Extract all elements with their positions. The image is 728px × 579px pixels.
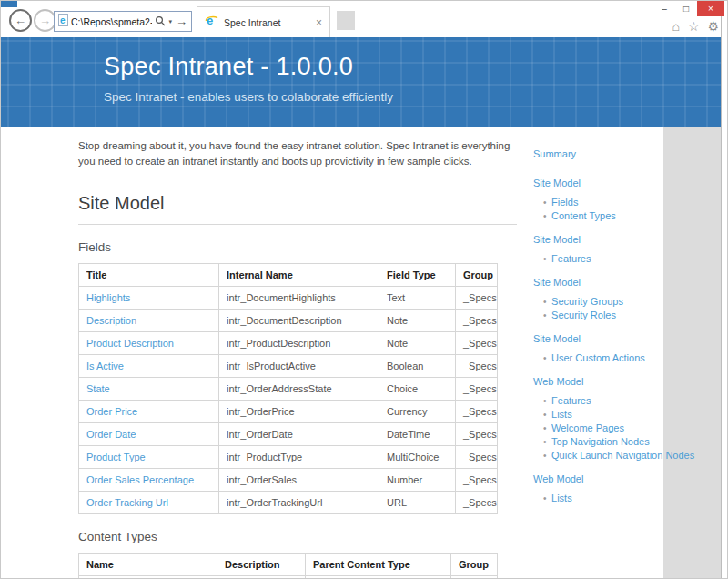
sidebar-list-item: Fields xyxy=(543,196,670,209)
item-name-cell: Product or Service xyxy=(79,575,217,578)
sidebar-item-link[interactable]: Content Types xyxy=(551,210,616,221)
item-value-cell: Text xyxy=(379,286,456,309)
table-row: Stateintr_OrderAddressStateChoice_Specs xyxy=(79,377,498,400)
page-header: Spec Intranet - 1.0.0.0 Spec Intranet - … xyxy=(1,37,727,127)
minimize-button[interactable]: – xyxy=(653,1,675,16)
item-link[interactable]: Is Active xyxy=(86,361,124,371)
sidebar-group: Site ModelFeatures xyxy=(533,234,670,266)
sidebar-item-list: FieldsContent Types xyxy=(533,196,670,223)
item-name-cell: Is Active xyxy=(79,354,219,377)
sidebar-section-link[interactable]: Site Model xyxy=(533,333,581,344)
sidebar-item-link[interactable]: Features xyxy=(551,395,591,406)
item-value-cell: _Specs xyxy=(451,575,498,578)
maximize-button[interactable]: □ xyxy=(675,1,697,16)
item-link[interactable]: Order Sales Percentage xyxy=(86,474,194,485)
address-bar[interactable]: e C:\Repos\spmeta2-spec\S ▾ → xyxy=(54,11,192,32)
back-arrow-icon: ← xyxy=(15,14,26,27)
back-button[interactable]: ← xyxy=(9,9,32,32)
item-value-cell: intr_DocumentHighlights xyxy=(219,286,379,309)
section-heading: Site Model xyxy=(78,193,517,225)
sidebar-item-link[interactable]: Features xyxy=(551,253,591,264)
page-document-icon: e xyxy=(58,14,68,30)
sidebar-item-list: Lists xyxy=(533,492,670,505)
sidebar-section-link[interactable]: Web Model xyxy=(533,473,583,484)
page-viewport: Stop dreaming about it, you have found t… xyxy=(1,127,727,578)
sidebar-item-link[interactable]: Security Roles xyxy=(551,310,616,320)
sidebar-item-link[interactable]: Welcome Pages xyxy=(551,422,624,433)
item-link[interactable]: Highlights xyxy=(86,292,130,303)
close-button[interactable]: × xyxy=(697,1,724,16)
item-link[interactable]: Order Price xyxy=(86,406,137,417)
svg-text:e: e xyxy=(60,15,66,25)
item-name-cell: Description xyxy=(79,309,219,331)
item-value-cell: Item xyxy=(306,575,451,578)
page-gutter xyxy=(663,127,727,578)
table-row: Descriptionintr_DocumentDescriptionNote_… xyxy=(79,309,498,331)
address-dropdown-icon[interactable]: ▾ xyxy=(168,18,172,25)
table-row: Order Tracking Urlintr_OrderTrackingUrlU… xyxy=(79,491,498,513)
settings-gear-icon[interactable]: ⚙ xyxy=(707,19,719,34)
url-text[interactable]: C:\Repos\spmeta2-spec\S xyxy=(71,16,152,27)
new-tab-button[interactable] xyxy=(337,11,355,30)
home-icon[interactable]: ⌂ xyxy=(672,19,679,34)
item-value-cell: _Specs xyxy=(456,354,498,377)
sidebar-group: Web ModelLists xyxy=(533,473,670,505)
svg-text:e: e xyxy=(207,14,213,27)
sidebar-group: Site ModelUser Custom Actions xyxy=(533,333,670,365)
table-row: Product Typeintr_ProductTypeMultiChoice_… xyxy=(79,445,498,468)
go-arrow-icon[interactable]: → xyxy=(176,15,187,28)
browser-chrome: ← → e C:\Repos\spmeta2-spec\S ▾ → xyxy=(1,1,727,37)
item-link[interactable]: Order Date xyxy=(86,429,136,440)
item-name-cell: Highlights xyxy=(79,286,219,309)
column-header: Title xyxy=(79,263,219,286)
item-value-cell: _Specs xyxy=(456,468,498,491)
sidebar-section-link[interactable]: Summary xyxy=(533,148,576,159)
item-value-cell xyxy=(217,575,306,578)
item-link[interactable]: Product Type xyxy=(86,452,146,462)
item-value-cell: Currency xyxy=(379,400,456,422)
page-subtitle: Spec Intranet - enables users to colabor… xyxy=(104,90,727,104)
sidebar-item-link[interactable]: Quick Launch Navigation Nodes xyxy=(551,450,694,461)
sidebar-list-item: Lists xyxy=(543,492,670,505)
item-value-cell: intr_OrderDate xyxy=(219,422,379,445)
fields-heading: Fields xyxy=(78,240,517,254)
sidebar-item-link[interactable]: Lists xyxy=(551,493,572,503)
item-name-cell: Order Price xyxy=(79,400,219,422)
sidebar-item-link[interactable]: Security Groups xyxy=(551,296,623,307)
favorites-star-icon[interactable]: ☆ xyxy=(688,19,700,34)
sidebar-item-link[interactable]: Fields xyxy=(551,197,578,208)
item-value-cell: _Specs xyxy=(456,331,498,354)
sidebar-item-link[interactable]: User Custom Actions xyxy=(551,352,645,363)
item-link[interactable]: State xyxy=(86,383,110,394)
item-link[interactable]: Description xyxy=(86,315,136,326)
sidebar-section-link[interactable]: Site Model xyxy=(533,178,581,188)
browser-tab[interactable]: e Spec Intranet × xyxy=(197,6,330,37)
search-icon[interactable] xyxy=(155,14,166,30)
tab-close-icon[interactable]: × xyxy=(316,16,322,29)
item-link[interactable]: Product Description xyxy=(86,338,174,349)
sidebar-item-link[interactable]: Top Navigation Nodes xyxy=(551,436,650,447)
sidebar-section-link[interactable]: Site Model xyxy=(533,234,581,245)
table-row: Order Priceintr_OrderPriceCurrency_Specs xyxy=(79,400,498,422)
sidebar-list-item: Security Roles xyxy=(543,309,670,322)
table-header-row: TitleInternal NameField TypeGroup xyxy=(79,263,498,286)
item-value-cell: intr_ProductDescription xyxy=(219,331,379,354)
sidebar-list-item: Content Types xyxy=(543,209,670,223)
sidebar-item-link[interactable]: Lists xyxy=(551,409,572,420)
page-title: Spec Intranet - 1.0.0.0 xyxy=(104,53,727,81)
sidebar-group: Summary xyxy=(533,148,670,167)
item-value-cell: Note xyxy=(379,309,456,331)
sidebar-section-link[interactable]: Web Model xyxy=(533,376,583,387)
window-icon xyxy=(1,1,17,7)
item-value-cell: intr_DocumentDescription xyxy=(219,309,379,331)
item-link[interactable]: Order Tracking Url xyxy=(86,497,168,508)
content-types-table: NameDescriptionParent Content TypeGroupP… xyxy=(78,553,498,579)
sidebar-section-link[interactable]: Site Model xyxy=(533,277,581,288)
intro-paragraph: Stop dreaming about it, you have found t… xyxy=(78,138,511,170)
sidebar-nav: SummarySite ModelFieldsContent TypesSite… xyxy=(533,148,670,516)
item-name-cell: Product Type xyxy=(79,445,219,468)
table-row: Highlightsintr_DocumentHighlightsText_Sp… xyxy=(79,286,498,309)
column-header: Description xyxy=(217,553,306,575)
item-value-cell: intr_ProductType xyxy=(219,445,379,468)
sidebar-list-item: Security Groups xyxy=(543,295,670,309)
